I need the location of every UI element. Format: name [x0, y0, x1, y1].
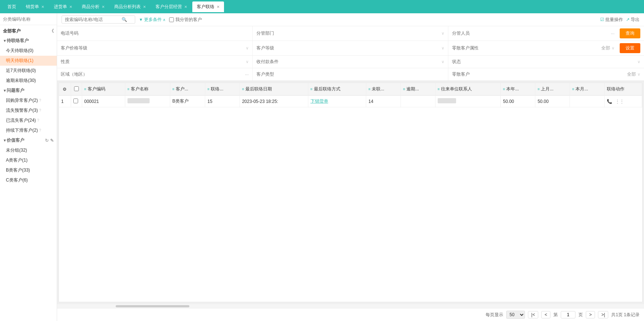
nav-product-list[interactable]: 商品分析列表 ✕	[110, 1, 150, 12]
close-customer-contact-tab[interactable]: ✕	[217, 5, 220, 9]
qr-icon[interactable]: ⋮⋮	[615, 99, 624, 104]
call-icon[interactable]: 📞	[607, 99, 612, 104]
sidebar-item-class-c[interactable]: C类客户(6)	[0, 175, 57, 185]
sidebar-item-repurchase-anomaly[interactable]: 回购异常客户(2) ?	[0, 96, 57, 106]
value-section-actions: ↻ ✎	[45, 138, 54, 143]
close-customer-tier-tab[interactable]: ✕	[184, 5, 187, 9]
retail-attr-arrow: ∨	[612, 46, 615, 51]
help-icon-4: ?	[39, 128, 41, 132]
table-footer: 每页显示 50 100 200 |< < 第 页 > >| 共1页 1条记录	[57, 308, 644, 321]
sidebar-item-churned[interactable]: 已流失客户(24) ?	[0, 115, 57, 125]
value-refresh-icon[interactable]: ↻	[45, 138, 49, 143]
per-page-select[interactable]: 50 100 200	[506, 311, 525, 319]
data-table: ⚙ ≡ 客户编码 ≡ 客户名称 ≡ 客户... ≡ 联络... ≡ 最后联络日期…	[59, 83, 642, 107]
filter-search-input[interactable]	[65, 17, 120, 22]
filter-region-select[interactable]: ···	[90, 72, 249, 77]
sidebar-item-overdue-contact[interactable]: 逾期未联络(30)	[0, 76, 57, 86]
value-section-label: 价值客户 ↻ ✎	[0, 135, 57, 145]
export-button[interactable]: ↗ 导出	[626, 17, 640, 23]
bulk-op-checkbox-icon: ☑	[600, 17, 604, 22]
close-product-analysis-tab[interactable]: ✕	[102, 5, 105, 9]
select-all-checkbox[interactable]	[74, 86, 79, 91]
sort-icon-ty: ≡	[503, 87, 505, 91]
close-product-list-tab[interactable]: ✕	[143, 5, 146, 9]
filter-nature-select[interactable]: ∨	[83, 59, 249, 64]
help-icon-2: ?	[39, 108, 41, 113]
sidebar-item-class-a[interactable]: A类客户(1)	[0, 155, 57, 165]
more-filters-button[interactable]: ▼ 更多条件 ∧	[139, 17, 165, 23]
all-customers-label: 全部客户	[3, 28, 21, 34]
filter-icon: ▼	[139, 17, 143, 22]
unit-contact-masked	[438, 98, 456, 103]
filter-branch-person-select[interactable]: ···	[475, 31, 615, 36]
sidebar-item-churn-warning[interactable]: 流失预警客户(3) ?	[0, 106, 57, 115]
filter-retail-attr-select[interactable]: 全部 ∨	[481, 45, 615, 51]
page-suffix: 页	[578, 312, 583, 318]
cell-this-month	[570, 96, 605, 107]
filter-customer-level: 客户等级 ∨	[253, 41, 448, 56]
filter-query-btn-cell: 查询	[620, 28, 640, 38]
nav-product-analysis[interactable]: 商品分析 ✕	[77, 1, 109, 12]
filter-price-level-select[interactable]: ∨	[90, 46, 249, 51]
top-actions: ☑ 批量操作 ↗ 导出	[600, 17, 640, 23]
data-table-wrapper: ⚙ ≡ 客户编码 ≡ 客户名称 ≡ 客户... ≡ 联络... ≡ 最后联络日期…	[59, 83, 643, 302]
my-customers-check[interactable]: 我分管的客户	[169, 17, 202, 23]
retail-customer-arrow: ∨	[637, 72, 640, 77]
query-button[interactable]: 查询	[620, 28, 640, 38]
sidebar-collapse-icon[interactable]: 《	[49, 28, 54, 34]
filter-customer-level-select[interactable]: ∨	[279, 46, 444, 51]
sidebar-item-week-contact[interactable]: 近7天待联络(0)	[0, 66, 57, 76]
top-nav: 首页 销货单 ✕ 进货单 ✕ 商品分析 ✕ 商品分析列表 ✕ 客户分层经营 ✕ …	[0, 0, 644, 13]
first-page-btn[interactable]: |<	[528, 311, 538, 318]
filter-phone: 电话号码	[57, 26, 253, 41]
nav-customer-tier[interactable]: 客户分层经营 ✕	[151, 1, 192, 12]
more-filters-arrow: ∧	[163, 18, 165, 22]
row-checkbox[interactable]	[73, 99, 78, 103]
sort-icon-od: ≡	[403, 87, 405, 91]
filter-status-select[interactable]: ∨	[475, 59, 640, 64]
scroll-thumb[interactable]	[116, 305, 189, 307]
th-settings[interactable]: ⚙	[59, 83, 71, 96]
nav-sales[interactable]: 销货单 ✕	[21, 1, 49, 12]
filter-search-icon[interactable]: 🔍	[122, 17, 127, 22]
reset-button[interactable]: 设置	[620, 43, 640, 53]
filter-price-level: 客户价格等级 ∨	[57, 41, 253, 56]
sidebar-item-class-b[interactable]: B类客户(33)	[0, 165, 57, 175]
cell-this-year: 50.00	[501, 96, 535, 107]
prev-page-btn[interactable]: <	[541, 311, 550, 318]
branch-person-dots[interactable]: ···	[611, 31, 615, 36]
filter-payment-select[interactable]: ∨	[281, 59, 444, 64]
close-purchase-tab[interactable]: ✕	[69, 5, 72, 9]
page-input[interactable]	[561, 311, 575, 318]
filter-grid: 电话号码 分管部门 ∨ 分管人员 ··· 查询	[57, 26, 644, 81]
value-edit-icon[interactable]: ✎	[50, 138, 54, 143]
filter-top-bar: 🔍 ▼ 更多条件 ∧ 我分管的客户 ☑ 批量操作 ↗ 导出	[57, 13, 644, 26]
sidebar-item-ungrouped[interactable]: 未分组(32)	[0, 145, 57, 155]
last-page-btn[interactable]: >|	[598, 311, 608, 318]
export-icon: ↗	[626, 17, 630, 22]
payment-arrow: ∨	[441, 59, 444, 64]
help-icon-1: ?	[39, 99, 41, 103]
nav-home[interactable]: 首页	[3, 1, 21, 12]
filter-branch-dept-select[interactable]: ∨	[279, 31, 444, 36]
region-dots[interactable]: ···	[245, 72, 249, 77]
th-contacts: ≡ 联络...	[205, 83, 240, 96]
sidebar-item-declining[interactable]: 持续下滑客户(2) ?	[0, 125, 57, 135]
sidebar-item-tomorrow-contact[interactable]: 明天待联络(1)	[0, 56, 57, 66]
sort-icon-name: ≡	[127, 87, 130, 91]
close-sales-tab[interactable]: ✕	[41, 5, 44, 9]
sidebar-item-today-contact[interactable]: 今天待联络(0)	[0, 46, 57, 56]
filter-retail-customer-select[interactable]: 全部 ∨	[475, 71, 640, 77]
sidebar-search-input[interactable]	[3, 17, 57, 22]
nav-customer-contact[interactable]: 客户联络 ✕	[192, 1, 224, 12]
bulk-op-button[interactable]: ☑ 批量操作	[600, 17, 623, 23]
my-customers-checkbox[interactable]	[169, 17, 174, 22]
status-arrow: ∨	[637, 59, 640, 64]
nav-purchase[interactable]: 进货单 ✕	[49, 1, 77, 12]
cell-last-month: 50.00	[535, 96, 570, 107]
th-this-year: ≡ 本年...	[501, 83, 535, 96]
th-overdue: ≡ 逾期...	[400, 83, 435, 96]
last-way-link[interactable]: 下销货单	[311, 99, 328, 104]
filter-status: 状态 ∨	[448, 56, 644, 68]
next-page-btn[interactable]: >	[586, 311, 595, 318]
